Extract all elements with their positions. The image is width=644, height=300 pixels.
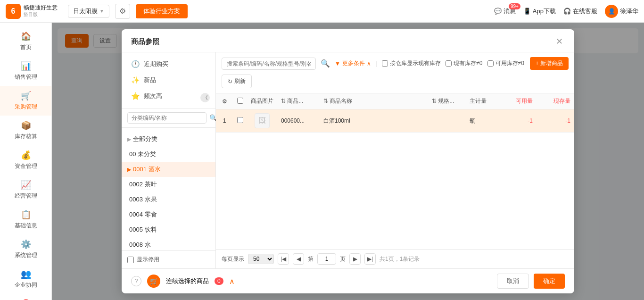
per-page-label: 每页显示: [222, 255, 244, 263]
row-check[interactable]: [233, 109, 247, 133]
select-all-checkbox[interactable]: [237, 98, 243, 104]
sales-icon: 📊: [21, 61, 31, 71]
filter-warehouse-label[interactable]: 按仓库显示现有库存: [382, 59, 441, 67]
sidebar-item-business[interactable]: 📈 经营管理: [0, 175, 51, 205]
filter-stock-ne0-label[interactable]: 现有库存≠0: [446, 59, 482, 67]
cat-0004[interactable]: 0004 零食: [122, 207, 215, 222]
cancel-button[interactable]: 取消: [497, 274, 529, 289]
category-search-input[interactable]: [127, 112, 206, 124]
more-filter-button[interactable]: ▼ 更多条件 ∧: [335, 59, 371, 67]
headset-icon: 🎧: [563, 8, 571, 15]
trial-button[interactable]: 体验行业方案: [136, 4, 188, 18]
messages-button[interactable]: 💬 消息 99+: [494, 7, 516, 16]
sidebar-item-system[interactable]: ⚙️ 系统管理: [0, 234, 51, 264]
collapse-panel-button[interactable]: 《: [200, 93, 210, 102]
sidebar-item-label: 基础信息: [15, 222, 37, 230]
cat-0001[interactable]: ▶ 0001 酒水: [122, 162, 215, 177]
product-search-icon[interactable]: 🔍: [321, 59, 330, 68]
sidebar-item-purchase[interactable]: 🛒 采购管理: [0, 86, 51, 116]
help-button[interactable]: ?: [131, 276, 141, 286]
modal-footer: ? 🛒 连续选择的商品 0 ∧ 取消 确定: [122, 268, 574, 293]
cart-count-badge: 0: [215, 277, 223, 285]
refresh-icon: ↻: [228, 78, 232, 85]
refresh-button[interactable]: ↻ 刷新: [222, 75, 252, 88]
cat-all[interactable]: ▶ 全部分类: [122, 132, 215, 147]
page-prev-button[interactable]: ◀: [293, 253, 304, 265]
cat-label: 00 未分类: [129, 150, 156, 158]
th-spec[interactable]: ⇅ 规格...: [428, 93, 466, 109]
tab-new-products[interactable]: ✨ 新品: [124, 72, 197, 88]
show-disabled-label: 显示停用: [137, 256, 159, 264]
product-search-input[interactable]: [222, 58, 316, 70]
th-settings[interactable]: ⚙: [216, 93, 233, 109]
add-product-button[interactable]: + 新增商品: [530, 57, 569, 70]
page-last-button[interactable]: ▶|: [364, 253, 376, 265]
tab-frequent[interactable]: ⭐ 频次高: [124, 88, 197, 104]
content-area: 查询 设置 刷新 商品参照 ✕: [52, 23, 644, 300]
page-number-input[interactable]: 1: [317, 253, 336, 265]
row-img: 🖼: [247, 109, 277, 133]
th-check[interactable]: [233, 93, 247, 109]
cat-0005[interactable]: 0005 饮料: [122, 222, 215, 237]
filter-avail-ne0-checkbox[interactable]: [487, 60, 494, 67]
page-first-button[interactable]: |◀: [278, 253, 289, 265]
th-name[interactable]: ⇅ 商品名称: [320, 93, 428, 109]
cat-label: 0008 水: [129, 241, 151, 249]
filter-warehouse-checkbox[interactable]: [382, 60, 388, 67]
app-download-button[interactable]: 📱 App下载: [523, 7, 556, 16]
show-disabled-checkbox[interactable]: [127, 257, 134, 263]
category-tree: ▶ 全部分类 00 未分类 ▶ 0001 酒水: [122, 128, 215, 250]
per-page-select[interactable]: 50 100 200: [248, 254, 274, 264]
new-icon: ✨: [131, 76, 140, 84]
logo-icon: 6: [6, 4, 21, 19]
row-checkbox[interactable]: [237, 117, 243, 123]
total-info: 共1页，1条记录: [380, 255, 420, 263]
tab-label: 频次高: [144, 92, 162, 100]
table-row[interactable]: 1 🖼 000600...: [216, 109, 574, 133]
sidebar-item-label: 企业协同: [15, 281, 37, 289]
cat-label: 0005 饮料: [129, 225, 157, 234]
recent-icon: 🕐: [131, 60, 140, 68]
purchase-icon: 🛒: [21, 91, 31, 101]
th-code[interactable]: ⇅ 商品...: [277, 93, 320, 109]
user-menu[interactable]: 👤 徐泽华: [605, 5, 638, 18]
business-icon: 📈: [21, 180, 31, 190]
filter-avail-ne0-label[interactable]: 可用库存≠0: [487, 59, 524, 67]
product-reference-modal: 商品参照 ✕ 🕐 近期购买: [122, 29, 574, 293]
cat-00[interactable]: 00 未分类: [122, 147, 215, 162]
system-icon: ⚙️: [21, 239, 31, 250]
logo-sub: 搭目版: [24, 11, 58, 18]
confirm-button[interactable]: 确定: [534, 274, 565, 289]
filter-icon: ▼: [335, 60, 340, 67]
inventory-icon: 📦: [21, 120, 31, 131]
sidebar-item-label: 经营管理: [15, 192, 37, 200]
nav-selector[interactable]: 日太阳膜 ▼: [68, 5, 109, 18]
show-disabled-row: 显示停用: [122, 250, 215, 268]
phone-icon: 📱: [523, 8, 531, 15]
filter-stock-ne0-checkbox[interactable]: [446, 60, 452, 67]
tab-recent-purchase[interactable]: 🕐 近期购买: [124, 56, 197, 72]
sidebar-item-inventory[interactable]: 📦 库存核算: [0, 116, 51, 145]
modal-overlay: 商品参照 ✕ 🕐 近期购买: [52, 23, 644, 300]
sidebar-item-home[interactable]: 🏠 首页: [0, 26, 51, 56]
cat-0002[interactable]: 0002 茶叶: [122, 177, 215, 192]
modal-title: 商品参照: [131, 37, 159, 46]
sidebar-item-basic-info[interactable]: 📋 基础信息: [0, 205, 51, 234]
cat-0003[interactable]: 0003 水果: [122, 192, 215, 207]
sidebar-item-sales[interactable]: 📊 销售管理: [0, 56, 51, 86]
cat-label: 0002 茶叶: [129, 180, 157, 189]
modal-header: 商品参照 ✕: [122, 29, 574, 52]
cat-0008[interactable]: 0008 水: [122, 237, 215, 250]
row-spec: [428, 109, 466, 133]
sidebar-item-finance[interactable]: 💰 资金管理: [0, 145, 51, 175]
cat-label: 0003 水果: [129, 195, 157, 204]
sidebar-item-collab[interactable]: 👥 企业协同: [0, 264, 51, 294]
basic-info-icon: 📋: [21, 209, 31, 220]
expand-button[interactable]: ∧: [229, 277, 235, 286]
page-next-button[interactable]: ▶: [349, 253, 361, 265]
online-service-button[interactable]: 🎧 在线客服: [563, 7, 597, 16]
sort-icon: ⇅: [281, 98, 286, 104]
modal-close-button[interactable]: ✕: [553, 36, 565, 47]
sidebar-item-guide[interactable]: 🎯 新手引导: [0, 294, 51, 300]
gear-button[interactable]: ⚙: [115, 4, 130, 19]
